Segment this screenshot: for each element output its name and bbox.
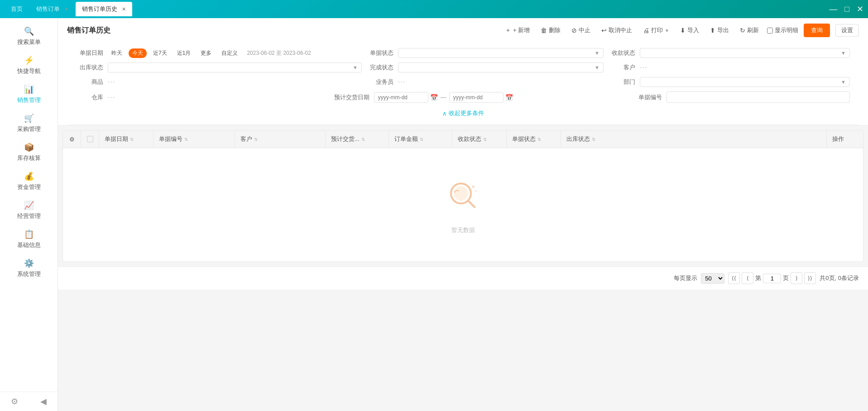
delete-button[interactable]: 🗑 删除 xyxy=(538,24,563,36)
page-number-input[interactable] xyxy=(763,274,781,283)
th-delivery: 预计交货... ⇅ xyxy=(326,131,389,148)
warehouse-label: 仓库 xyxy=(76,93,108,102)
import-label: 导入 xyxy=(687,26,699,34)
sort-payment-icon[interactable]: ⇅ xyxy=(483,137,487,142)
content-area: 销售订单历史 ＋ + 新增 🗑 删除 ⊘ 中止 ↩ xyxy=(58,18,868,411)
tab-bar: 首页 销售订单 ✕ 销售订单历史 ✕ xyxy=(5,2,829,16)
shortcut-custom[interactable]: 自定义 xyxy=(218,48,241,58)
shortcut-7days[interactable]: 近7天 xyxy=(149,48,171,58)
payment-status-select[interactable]: ▼ xyxy=(640,48,850,58)
th-payment-label: 收款状态 xyxy=(458,135,481,143)
th-payment: 收款状态 ⇅ xyxy=(452,131,507,148)
settings-bottom-icon[interactable]: ⚙ xyxy=(11,396,18,406)
prev-page-button[interactable]: ⟨ xyxy=(742,272,753,284)
stop-button[interactable]: ⊘ 中止 xyxy=(569,24,593,36)
export-button[interactable]: ⬆ 导出 xyxy=(707,24,732,36)
th-checkbox[interactable] xyxy=(81,131,99,148)
import-button[interactable]: ⬇ 导入 xyxy=(677,24,702,36)
sidebar-item-basic-info[interactable]: 📋 基础信息 xyxy=(0,225,58,254)
tab-sales-order[interactable]: 销售订单 ✕ xyxy=(30,2,75,16)
display-checkbox[interactable] xyxy=(767,28,773,34)
refresh-button[interactable]: ↻ 刷新 xyxy=(737,24,762,36)
shortcut-yesterday[interactable]: 昨天 xyxy=(108,48,126,58)
collapse-up-icon: ∧ xyxy=(442,110,447,117)
sort-amount-icon[interactable]: ⇅ xyxy=(420,137,423,142)
sort-status-icon[interactable]: ⇅ xyxy=(537,137,541,142)
customer-dots[interactable]: ··· xyxy=(640,63,647,72)
sidebar-item-purchase-mgmt[interactable]: 🛒 采购管理 xyxy=(0,109,58,138)
warehouse-section: 仓库 ··· xyxy=(76,93,334,102)
sidebar-item-quick-nav[interactable]: ⚡ 快捷导航 xyxy=(0,51,58,80)
display-toggle[interactable]: 显示明细 xyxy=(767,26,798,34)
stock-out-section: 出库状态 ▼ xyxy=(76,63,366,73)
shortcut-1month[interactable]: 近1月 xyxy=(173,48,195,58)
department-select[interactable]: ▼ xyxy=(640,77,850,87)
date-filter-control: 昨天 今天 近7天 近1月 更多 自定义 2023-06-02 至 2023-0… xyxy=(108,48,366,58)
complete-status-select[interactable]: ▼ xyxy=(398,63,604,73)
order-number-section: 单据编号 xyxy=(635,92,850,103)
tab-sales-order-history-close[interactable]: ✕ xyxy=(122,6,126,12)
header-checkbox[interactable] xyxy=(87,136,93,142)
last-page-button[interactable]: ⟩⟩ xyxy=(804,272,816,284)
display-label: 显示明细 xyxy=(775,26,798,34)
sidebar-item-finance-mgmt-label: 资金管理 xyxy=(17,183,41,191)
sidebar-item-finance-mgmt[interactable]: 💰 资金管理 xyxy=(0,167,58,196)
filter-row-1: 单据日期 昨天 今天 近7天 近1月 更多 自定义 2023-06-02 至 2… xyxy=(76,48,850,58)
per-page-label: 每页显示 xyxy=(674,274,697,282)
delivery-date-to[interactable] xyxy=(449,92,504,103)
calendar-from-icon[interactable]: 📅 xyxy=(430,94,438,101)
sidebar-item-ops-mgmt-label: 经营管理 xyxy=(17,212,41,220)
cancel-stop-label: 取消中止 xyxy=(609,26,632,34)
product-dots[interactable]: ··· xyxy=(108,78,115,86)
shortcut-more[interactable]: 更多 xyxy=(197,48,215,58)
sidebar-item-stock-mgmt[interactable]: 📦 库存核算 xyxy=(0,138,58,167)
th-order-no-label: 单据编号 xyxy=(159,135,182,143)
th-date-label: 单据日期 xyxy=(105,135,128,143)
shortcut-today[interactable]: 今天 xyxy=(129,48,147,58)
sort-date-icon[interactable]: ⇅ xyxy=(130,137,134,142)
order-number-label: 单据编号 xyxy=(635,93,667,102)
tab-sales-order-close[interactable]: ✕ xyxy=(64,6,68,12)
order-status-select[interactable]: ▼ xyxy=(398,48,604,58)
sidebar-item-ops-mgmt[interactable]: 📈 经营管理 xyxy=(0,196,58,225)
warehouse-dots[interactable]: ··· xyxy=(108,93,115,102)
th-settings[interactable]: ⚙ xyxy=(63,131,81,148)
sort-stock-icon[interactable]: ⇅ xyxy=(592,137,595,142)
sort-delivery-icon[interactable]: ⇅ xyxy=(361,137,365,142)
sort-order-icon[interactable]: ⇅ xyxy=(184,137,188,142)
stock-out-select[interactable]: ▼ xyxy=(108,63,362,73)
per-page-select[interactable]: 50 20 100 xyxy=(701,273,724,284)
first-page-button[interactable]: ⟨⟨ xyxy=(728,272,740,284)
print-button[interactable]: 🖨 打印 ▼ xyxy=(640,24,672,36)
tab-home[interactable]: 首页 xyxy=(5,2,29,16)
basic-info-icon: 📋 xyxy=(24,229,34,239)
stop-icon: ⊘ xyxy=(571,27,577,34)
collapse-sidebar-icon[interactable]: ◀ xyxy=(40,396,47,406)
sidebar-item-sales-mgmt[interactable]: 📊 销售管理 xyxy=(0,80,58,109)
order-number-input[interactable] xyxy=(667,92,850,103)
th-customer-label: 客户 xyxy=(240,135,252,143)
close-icon[interactable]: ✕ xyxy=(857,4,863,14)
maximize-icon[interactable]: □ xyxy=(844,5,849,14)
export-label: 导出 xyxy=(717,26,729,34)
th-amount: 订单金额 ⇅ xyxy=(389,131,452,148)
settings-button[interactable]: 设置 xyxy=(835,24,859,37)
table-settings-icon[interactable]: ⚙ xyxy=(69,136,75,143)
sidebar-item-sys-mgmt[interactable]: ⚙️ 系统管理 xyxy=(0,254,58,283)
new-button[interactable]: ＋ + 新增 xyxy=(502,24,532,36)
sort-customer-icon[interactable]: ⇅ xyxy=(254,137,258,142)
salesperson-dots[interactable]: ··· xyxy=(398,78,405,86)
date-shortcuts: 昨天 今天 近7天 近1月 更多 自定义 xyxy=(108,48,241,58)
delivery-date-label: 预计交货日期 xyxy=(334,93,374,102)
query-button[interactable]: 查询 xyxy=(804,24,830,37)
collapse-label: 收起更多条件 xyxy=(449,109,484,117)
tab-sales-order-history[interactable]: 销售订单历史 ✕ xyxy=(76,2,132,16)
cancel-stop-button[interactable]: ↩ 取消中止 xyxy=(599,24,635,36)
next-page-button[interactable]: ⟩ xyxy=(791,272,802,284)
collapse-row[interactable]: ∧ 收起更多条件 xyxy=(76,107,850,119)
calendar-to-icon[interactable]: 📅 xyxy=(505,94,513,101)
sidebar-item-search-menu[interactable]: 🔍 搜索菜单 xyxy=(0,22,58,51)
minimize-icon[interactable]: — xyxy=(829,5,837,14)
th-stock-out-label: 出库状态 xyxy=(566,135,590,143)
delivery-date-from[interactable] xyxy=(374,92,428,103)
